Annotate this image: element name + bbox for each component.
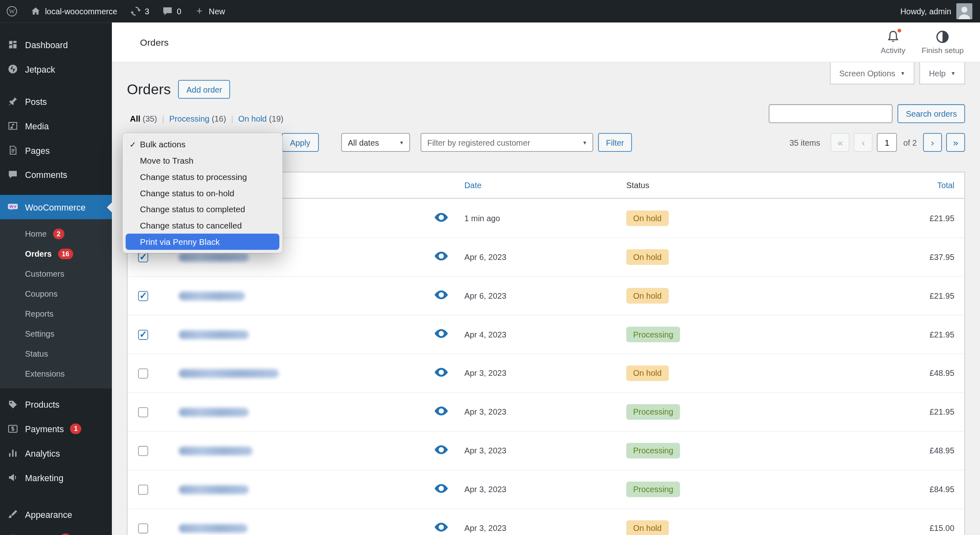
sidebar-item-products[interactable]: Products [0, 392, 112, 417]
table-row: Apr 3, 2023 Processing £48.95 [127, 431, 964, 470]
preview-eye-icon[interactable] [434, 484, 448, 493]
row-checkbox[interactable] [138, 523, 148, 533]
preview-eye-icon[interactable] [434, 445, 448, 455]
row-checkbox[interactable] [138, 330, 148, 340]
row-checkbox[interactable] [138, 291, 148, 301]
sidebar-item-media[interactable]: Media [0, 114, 112, 138]
filter-button[interactable]: Filter [598, 133, 632, 152]
order-name-redacted[interactable] [179, 330, 249, 339]
last-page-button[interactable]: » [946, 133, 965, 152]
activity-button[interactable]: Activity [881, 29, 906, 55]
preview-eye-icon[interactable] [434, 251, 448, 261]
sidebar-item-status[interactable]: Status [0, 344, 112, 364]
separator: | [162, 114, 164, 124]
preview-eye-icon[interactable] [434, 522, 448, 532]
search-input[interactable] [769, 104, 893, 123]
avatar [956, 3, 973, 20]
order-name-redacted[interactable] [179, 369, 279, 377]
sidebar-item-posts[interactable]: Posts [0, 89, 112, 114]
preview-eye-icon[interactable] [434, 212, 448, 222]
column-header-total[interactable]: Total [852, 180, 964, 190]
chevron-down-icon: ▼ [582, 140, 587, 145]
row-checkbox[interactable] [138, 446, 148, 456]
sidebar-item-coupons[interactable]: Coupons [0, 284, 112, 304]
screen-options-toggle[interactable]: Screen Options ▼ [830, 62, 914, 84]
sidebar-item-comments[interactable]: Comments [0, 162, 112, 187]
add-order-button[interactable]: Add order [178, 80, 230, 99]
sidebar-item-payments[interactable]: Payments1 [0, 417, 112, 441]
menu-item-label: Bulk actions [140, 140, 185, 149]
order-name-redacted[interactable] [179, 253, 249, 261]
customer-filter-select[interactable]: Filter by registered customer ▼ [420, 133, 592, 152]
order-date: Apr 6, 2023 [464, 291, 626, 300]
sidebar-item-orders[interactable]: Orders16 [0, 244, 112, 264]
menu-item-bulk-actions[interactable]: ✓Bulk actions [126, 136, 280, 153]
filter-link-processing[interactable]: Processing (16) [169, 114, 226, 124]
order-name-redacted[interactable] [179, 446, 253, 455]
order-date: Apr 4, 2023 [464, 330, 626, 339]
order-name-redacted[interactable] [179, 291, 245, 300]
order-name-redacted[interactable] [179, 524, 247, 532]
table-row: Apr 3, 2023 On hold £15.00 [127, 508, 964, 535]
sidebar-item-woocommerce[interactable]: WooCommerce [0, 195, 112, 220]
my-account-link[interactable]: Howdy, admin [893, 3, 980, 20]
menu-item-change-status-to-on-hold[interactable]: Change status to on-hold [126, 185, 280, 201]
preview-eye-icon[interactable] [434, 367, 448, 377]
app-root: W local-woocommerce 3 0 + New Howdy, adm… [0, 0, 980, 535]
table-row: Apr 3, 2023 Processing £21.95 [127, 392, 964, 431]
order-name-redacted[interactable] [179, 408, 249, 416]
wordpress-menu[interactable]: W [0, 0, 24, 22]
setup-progress-icon [935, 37, 950, 46]
order-name-redacted[interactable] [179, 485, 249, 494]
menu-item-change-status-to-cancelled[interactable]: Change status to cancelled [126, 218, 280, 234]
filter-link-all[interactable]: All (35) [130, 114, 157, 124]
first-page-button[interactable]: « [831, 133, 850, 152]
status-badge: On hold [626, 288, 668, 304]
new-content-link[interactable]: + New [187, 0, 231, 22]
screen-meta-tabs: Screen Options ▼ Help ▼ [830, 62, 965, 84]
row-checkbox[interactable] [138, 407, 148, 417]
sidebar-item-analytics[interactable]: Analytics [0, 441, 112, 466]
order-total: £21.95 [852, 291, 964, 300]
row-checkbox[interactable] [138, 369, 148, 378]
sidebar-item-home[interactable]: Home2 [0, 224, 112, 244]
filter-link-on-hold[interactable]: On hold (19) [238, 114, 283, 124]
page-title: Orders [127, 81, 171, 98]
current-page-input[interactable] [877, 133, 897, 152]
site-name-link[interactable]: local-woocommerce [24, 0, 123, 22]
sidebar-item-customers[interactable]: Customers [0, 264, 112, 284]
preview-eye-icon[interactable] [434, 329, 448, 338]
jetpack-icon [6, 63, 19, 75]
row-checkbox[interactable] [138, 252, 148, 262]
sidebar-item-settings[interactable]: Settings [0, 324, 112, 344]
sidebar-item-reports[interactable]: Reports [0, 304, 112, 324]
search-orders-button[interactable]: Search orders [898, 104, 965, 123]
sidebar-item-jetpack[interactable]: Jetpack [0, 57, 112, 81]
row-checkbox[interactable] [138, 484, 148, 494]
dates-filter-select[interactable]: All dates ▼ [341, 133, 410, 152]
finish-setup-button[interactable]: Finish setup [922, 29, 964, 55]
sidebar-item-plugins[interactable]: Plugins2 [0, 526, 112, 535]
sidebar-item-extensions[interactable]: Extensions [0, 364, 112, 384]
column-header-date[interactable]: Date [464, 180, 626, 190]
sidebar-item-appearance[interactable]: Appearance [0, 502, 112, 527]
next-page-button[interactable]: › [923, 133, 942, 152]
prev-page-button[interactable]: ‹ [854, 133, 873, 152]
plugins-icon [6, 533, 19, 535]
menu-item-change-status-to-completed[interactable]: Change status to completed [126, 201, 280, 218]
svg-text:W: W [9, 8, 15, 15]
updates-count: 3 [145, 7, 149, 16]
sidebar-item-pages[interactable]: Pages [0, 138, 112, 162]
menu-item-move-to-trash[interactable]: Move to Trash [126, 152, 280, 169]
comments-link[interactable]: 0 [156, 0, 187, 22]
menu-item-print-via-penny-black[interactable]: Print via Penny Black [126, 233, 280, 250]
sidebar-item-marketing[interactable]: Marketing [0, 465, 112, 490]
apply-button[interactable]: Apply [282, 133, 318, 152]
updates-link[interactable]: 3 [123, 0, 155, 22]
help-toggle[interactable]: Help ▼ [920, 62, 965, 84]
preview-eye-icon[interactable] [434, 406, 448, 416]
menu-item-change-status-to-processing[interactable]: Change status to processing [126, 169, 280, 185]
preview-eye-icon[interactable] [434, 290, 448, 300]
order-date: Apr 3, 2023 [464, 407, 626, 417]
sidebar-item-dashboard[interactable]: Dashboard [0, 33, 112, 57]
